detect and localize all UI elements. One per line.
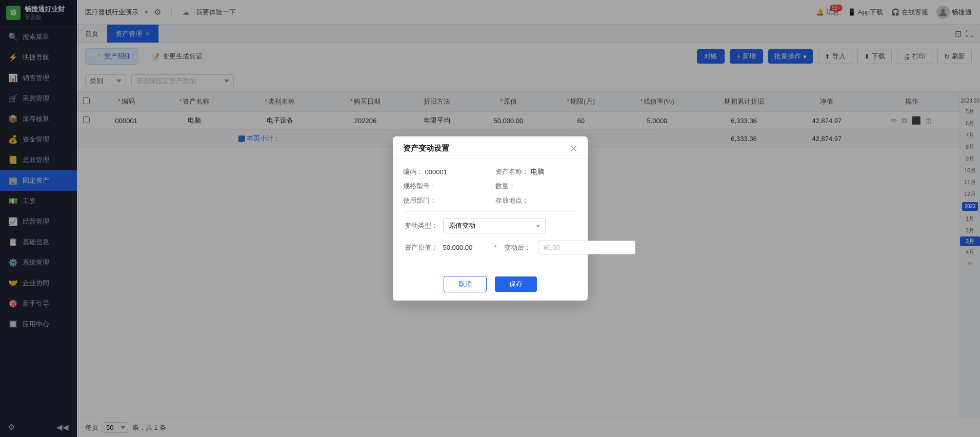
modal-after-change-label: 变动后： bbox=[504, 243, 531, 252]
modal-asset-name-item: 资产名称： 电脑 bbox=[495, 167, 577, 176]
modal-footer: 取消 保存 bbox=[393, 270, 588, 301]
modal-header: 资产变动设置 ✕ bbox=[393, 136, 588, 159]
modal-title: 资产变动设置 bbox=[403, 144, 449, 153]
modal-location-item: 存放地点： bbox=[495, 196, 577, 205]
modal-original-value-label: 资产原值： bbox=[403, 243, 438, 252]
modal-divider bbox=[403, 211, 577, 212]
modal-code-value: 000001 bbox=[425, 168, 447, 176]
modal-close-button[interactable]: ✕ bbox=[570, 144, 577, 153]
modal-spec-label: 规格型号： bbox=[403, 182, 436, 191]
modal-after-change-input[interactable] bbox=[538, 241, 635, 254]
modal-change-type-row: 变动类型： 原值变动 ▾ bbox=[403, 218, 577, 233]
modal-info-row-2: 规格型号： 数量： bbox=[403, 182, 577, 191]
modal-asset-name-label: 资产名称： bbox=[495, 167, 529, 176]
modal-department-label: 使用部门： bbox=[403, 196, 436, 205]
modal-original-value-display: 50,000.00 bbox=[443, 244, 489, 251]
modal-change-type-value: 原值变动 bbox=[449, 221, 475, 230]
modal-quantity-label: 数量： bbox=[495, 182, 515, 191]
modal-asset-name-value: 电脑 bbox=[531, 167, 544, 176]
modal-spec-item: 规格型号： bbox=[403, 182, 485, 191]
modal-department-item: 使用部门： bbox=[403, 196, 485, 205]
required-star: * bbox=[494, 244, 497, 251]
modal-change-type-select[interactable]: 原值变动 ▾ bbox=[443, 218, 546, 233]
modal-code-label: 编码： bbox=[403, 167, 423, 176]
save-button[interactable]: 保存 bbox=[495, 276, 537, 292]
cancel-button[interactable]: 取消 bbox=[444, 276, 487, 292]
modal-location-label: 存放地点： bbox=[495, 196, 529, 205]
modal-info-row-1: 编码： 000001 资产名称： 电脑 bbox=[403, 167, 577, 176]
modal-quantity-item: 数量： bbox=[495, 182, 577, 191]
modal-info-row-3: 使用部门： 存放地点： bbox=[403, 196, 577, 205]
modal-code-item: 编码： 000001 bbox=[403, 167, 485, 176]
asset-change-modal: 资产变动设置 ✕ 编码： 000001 资产名称： 电脑 规格型号： bbox=[393, 136, 588, 301]
modal-overlay: 资产变动设置 ✕ 编码： 000001 资产名称： 电脑 规格型号： bbox=[0, 0, 980, 437]
modal-change-type-label: 变动类型： bbox=[403, 221, 438, 230]
modal-body: 编码： 000001 资产名称： 电脑 规格型号： 数量： bbox=[393, 159, 588, 270]
change-type-chevron-icon: ▾ bbox=[536, 222, 540, 230]
modal-values-row: 资产原值： 50,000.00 * 变动后： bbox=[403, 241, 577, 254]
